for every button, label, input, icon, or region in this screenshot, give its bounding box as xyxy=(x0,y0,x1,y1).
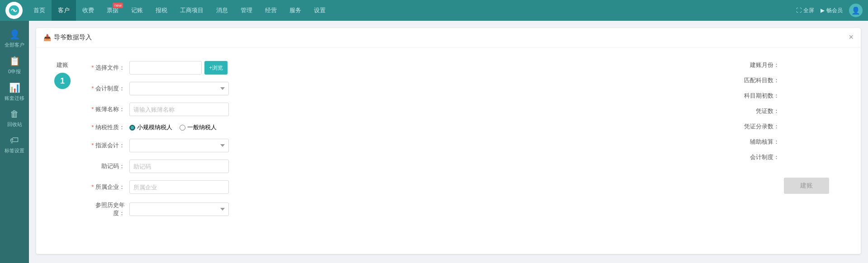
main-content: 📥 导爷数据导入 × 建账 1 * 选择文件： +浏览 xyxy=(29,21,868,263)
memo-row: 助记码： xyxy=(89,160,725,173)
top-nav: 首页 客户 收费 票据 new 记账 报税 工商项目 消息 管理 经营 服务 设… xyxy=(0,0,868,21)
sidebar-item-recycle[interactable]: 🗑 回收站 xyxy=(0,105,29,132)
sidebar-label-clients: 全部客户 xyxy=(5,42,24,48)
nav-tax[interactable]: 报税 xyxy=(149,0,174,21)
close-button[interactable]: × xyxy=(849,33,854,42)
file-row: * 选择文件： +浏览 xyxy=(89,61,725,75)
accountant-label: * 指派会计： xyxy=(89,141,129,150)
memo-label: 助记码： xyxy=(89,162,129,170)
step-label: 建账 xyxy=(57,61,68,69)
new-badge: new xyxy=(113,3,123,8)
file-input[interactable] xyxy=(129,61,202,75)
voucher-entries-row: 凭证分录数： xyxy=(743,122,843,131)
file-label: * 选择文件： xyxy=(89,64,129,72)
declaration-icon: 📋 xyxy=(9,56,20,66)
accountant-row: * 指派会计： xyxy=(89,139,725,152)
nav-business[interactable]: 工商项目 xyxy=(174,0,210,21)
tax-type-label: * 纳税性质： xyxy=(89,123,129,132)
file-input-group: +浏览 xyxy=(129,61,228,75)
right-accounting-system-row: 会计制度： xyxy=(743,153,843,161)
ledger-name-row: * 账簿名称： xyxy=(89,103,725,116)
fullscreen-btn[interactable]: ⛶ 全屏 xyxy=(796,7,814,14)
accountant-select[interactable] xyxy=(129,139,229,152)
subject-initial-row: 科目期初数： xyxy=(743,92,843,100)
radio-small-input[interactable] xyxy=(129,125,135,131)
sidebar-item-migration[interactable]: 📊 账套迁移 xyxy=(0,79,29,105)
memo-input[interactable] xyxy=(129,160,229,173)
fullscreen-icon: ⛶ xyxy=(796,7,802,14)
sidebar: 👤 全部客户 📋 0申报 📊 账套迁移 🗑 回收站 🏷 标签设置 xyxy=(0,21,29,263)
company-row: * 所属企业： xyxy=(89,180,725,194)
radio-general-label: 一般纳税人 xyxy=(187,123,217,132)
match-subject-row: 匹配科目数： xyxy=(743,76,843,85)
import-modal: 📥 导爷数据导入 × 建账 1 * 选择文件： +浏览 xyxy=(36,28,861,254)
form-wrapper: 建账 1 * 选择文件： +浏览 * xyxy=(36,47,861,238)
nav-bills[interactable]: 票据 new xyxy=(100,0,125,21)
sidebar-item-clients[interactable]: 👤 全部客户 xyxy=(0,25,29,52)
modal-header: 📥 导爷数据导入 xyxy=(36,28,861,47)
nav-logo xyxy=(5,2,23,19)
month-label: 建账月份： xyxy=(743,61,784,69)
nav-management[interactable]: 管理 xyxy=(234,0,259,21)
vip-btn[interactable]: ▶ 畅会员 xyxy=(821,7,843,14)
nav-bookkeeping[interactable]: 记账 xyxy=(125,0,149,21)
right-accounting-label: 会计制度： xyxy=(743,153,784,161)
subject-initial-label: 科目期初数： xyxy=(743,92,784,100)
browse-button[interactable]: +浏览 xyxy=(204,61,228,75)
voucher-count-row: 凭证数： xyxy=(743,107,843,115)
nav-operation[interactable]: 经营 xyxy=(259,0,283,21)
accounting-system-row: * 会计制度： xyxy=(89,82,725,95)
accounting-system-label: * 会计制度： xyxy=(89,85,129,93)
voucher-count-label: 凭证数： xyxy=(743,107,784,115)
import-icon: 📥 xyxy=(43,34,51,41)
nav-home[interactable]: 首页 xyxy=(27,0,52,21)
vip-label: 畅会员 xyxy=(826,7,843,14)
voucher-entries-label: 凭证分录数： xyxy=(743,122,784,131)
submit-button[interactable]: 建账 xyxy=(784,178,829,194)
company-label: * 所属企业： xyxy=(89,183,129,191)
fullscreen-label: 全屏 xyxy=(803,7,814,14)
clients-icon: 👤 xyxy=(9,29,20,40)
accounting-system-select[interactable] xyxy=(129,82,229,95)
step-indicator: 建账 1 xyxy=(54,61,89,225)
required-star: * xyxy=(91,64,94,71)
month-row: 建账月份： xyxy=(743,61,843,69)
radio-general-taxpayer[interactable]: 一般纳税人 xyxy=(180,123,217,132)
sidebar-label-migration: 账套迁移 xyxy=(5,95,24,102)
radio-general-input[interactable] xyxy=(180,125,185,131)
auxiliary-label: 辅助核算： xyxy=(743,138,784,146)
nav-clients[interactable]: 客户 xyxy=(52,0,76,21)
form-main: * 选择文件： +浏览 * 会计制度： xyxy=(89,61,725,225)
ledger-name-input[interactable] xyxy=(129,103,229,116)
auxiliary-row: 辅助核算： xyxy=(743,138,843,146)
sidebar-item-tags[interactable]: 🏷 标签设置 xyxy=(0,132,29,158)
right-panel: 建账月份： 匹配科目数： 科目期初数： 凭证数： 凭证分录数： xyxy=(725,61,843,225)
tags-icon: 🏷 xyxy=(10,135,19,146)
modal-title: 导爷数据导入 xyxy=(54,33,92,42)
tax-type-row: * 纳税性质： 小规模纳税人 一般纳税人 xyxy=(89,123,725,132)
migration-icon: 📊 xyxy=(9,82,20,93)
play-icon: ▶ xyxy=(821,7,825,14)
nav-settings[interactable]: 设置 xyxy=(308,0,332,21)
match-subject-label: 匹配科目数： xyxy=(743,76,784,85)
user-avatar[interactable]: 👤 xyxy=(849,4,863,17)
step-circle: 1 xyxy=(54,73,71,89)
sidebar-label-tags: 标签设置 xyxy=(5,147,24,154)
history-year-select[interactable] xyxy=(129,202,229,216)
nav-fees[interactable]: 收费 xyxy=(76,0,100,21)
sidebar-label-recycle: 回收站 xyxy=(7,121,22,128)
sidebar-item-declaration[interactable]: 📋 0申报 xyxy=(0,52,29,79)
nav-right: ⛶ 全屏 ▶ 畅会员 👤 xyxy=(796,4,863,17)
sidebar-label-declaration: 0申报 xyxy=(8,68,21,75)
company-input[interactable] xyxy=(129,180,229,194)
radio-small-label: 小规模纳税人 xyxy=(137,123,172,132)
nav-items: 首页 客户 收费 票据 new 记账 报税 工商项目 消息 管理 经营 服务 设… xyxy=(27,0,796,21)
svg-point-1 xyxy=(13,9,15,12)
nav-service[interactable]: 服务 xyxy=(283,0,308,21)
recycle-icon: 🗑 xyxy=(10,109,19,119)
history-year-row: 参照历史年度： xyxy=(89,201,725,217)
history-year-label: 参照历史年度： xyxy=(89,201,129,217)
ledger-name-label: * 账簿名称： xyxy=(89,105,129,113)
radio-small-taxpayer[interactable]: 小规模纳税人 xyxy=(129,123,172,132)
nav-messages[interactable]: 消息 xyxy=(210,0,234,21)
